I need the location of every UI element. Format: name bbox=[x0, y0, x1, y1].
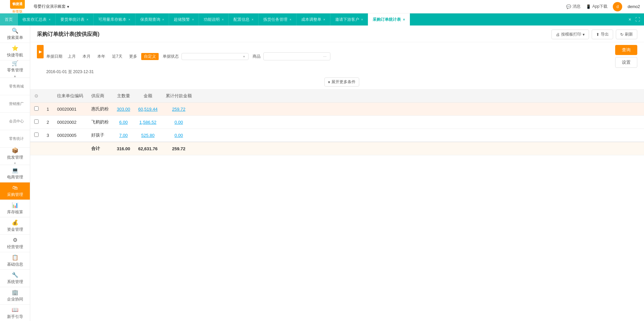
tab-cost-close[interactable]: × bbox=[323, 18, 325, 21]
shortcut-this-month[interactable]: 本月 bbox=[80, 53, 93, 60]
tab-expiry-close[interactable]: × bbox=[162, 18, 164, 21]
tab-expiry-query[interactable]: 保质期查询 × bbox=[136, 13, 169, 25]
col-unit-code: 往来单位编码 bbox=[53, 90, 87, 103]
tab-overstock-close[interactable]: × bbox=[192, 18, 194, 21]
sidebar-item-purchase[interactable]: 🛍 采购管理 bbox=[0, 182, 30, 200]
custom-date-tag[interactable]: 自定义 bbox=[141, 53, 159, 60]
data-table: ⚙ 往来单位编码 供应商 主数量 金额 累计付款金额 bbox=[30, 90, 644, 155]
sidebar-item-system[interactable]: 🔧 系统管理 bbox=[0, 270, 30, 287]
row2-quantity[interactable]: 6.00 bbox=[113, 116, 134, 129]
nav-close-button[interactable]: × bbox=[627, 15, 633, 23]
sidebar-item-ecommerce[interactable]: 💻 电商管理 bbox=[0, 165, 30, 182]
ecommerce-label: 电商管理 bbox=[7, 174, 23, 180]
row1-check[interactable] bbox=[30, 103, 43, 116]
row3-quantity-link[interactable]: 7.00 bbox=[119, 133, 127, 138]
refresh-button[interactable]: ↻ 刷新 bbox=[616, 30, 637, 39]
tab-requisition-summary[interactable]: 要货单统计表 × bbox=[56, 13, 94, 25]
status-select[interactable]: ▾ bbox=[181, 53, 249, 60]
tab-available-stock[interactable]: 可用量库存账本 × bbox=[94, 13, 136, 25]
sidebar-item-member[interactable]: 会员中心 bbox=[0, 113, 30, 130]
query-button[interactable]: 查询 bbox=[615, 45, 637, 55]
row2-paid-link[interactable]: 0.00 bbox=[174, 120, 183, 125]
settings-button[interactable]: 设置 bbox=[615, 57, 637, 68]
row1-index: 1 bbox=[43, 103, 53, 116]
tab-config-info[interactable]: 配置信息 × bbox=[229, 13, 259, 25]
row2-amount-link[interactable]: 1,586.52 bbox=[140, 120, 157, 125]
sidebar-item-inventory[interactable]: 📊 库存核算 bbox=[0, 200, 30, 217]
row1-checkbox[interactable] bbox=[34, 106, 39, 111]
row2-quantity-link[interactable]: 6.00 bbox=[119, 120, 127, 125]
tab-collection-summary[interactable]: 收发存汇总表 × bbox=[18, 13, 56, 25]
nav-fullscreen-button[interactable]: ⛶ bbox=[634, 15, 641, 23]
row3-extra bbox=[196, 129, 644, 142]
goods-input[interactable]: ··· bbox=[263, 52, 330, 60]
tab-requisition-close[interactable]: × bbox=[87, 18, 89, 21]
shortcut-7days[interactable]: 近7天 bbox=[109, 53, 125, 60]
page-actions: 🖨 按模板打印 ▾ ⬆ 导出 ↻ 刷新 bbox=[551, 30, 637, 39]
tab-invite-close[interactable]: × bbox=[361, 18, 363, 21]
tab-purchase-summary[interactable]: 采购订单统计表 × bbox=[368, 13, 410, 25]
row3-paid-link[interactable]: 0.00 bbox=[174, 133, 183, 138]
app-download-button[interactable]: 📱 App下载 bbox=[586, 4, 607, 9]
table-settings-icon[interactable]: ⚙ bbox=[34, 93, 39, 99]
export-button[interactable]: ⬆ 导出 bbox=[592, 30, 613, 39]
username-label[interactable]: demo2 bbox=[628, 4, 640, 9]
sidebar-item-retail[interactable]: 🛒 零售管理 ▲ bbox=[0, 60, 30, 78]
row2-paid[interactable]: 0.00 bbox=[162, 116, 196, 129]
filter-toggle-button[interactable]: ▶ bbox=[37, 45, 44, 58]
sidebar-item-basic-info[interactable]: 📋 基础信息 bbox=[0, 252, 30, 270]
row1-quantity[interactable]: 303.00 bbox=[113, 103, 134, 116]
message-button[interactable]: 💬 消息 bbox=[566, 4, 581, 9]
tab-collection-close[interactable]: × bbox=[49, 18, 51, 21]
sidebar-item-retail-mall[interactable]: 零售商城 bbox=[0, 78, 30, 95]
tab-purchase-close[interactable]: × bbox=[403, 18, 405, 21]
tab-picking-close[interactable]: × bbox=[289, 18, 291, 21]
row1-quantity-link[interactable]: 303.00 bbox=[117, 107, 130, 112]
operations-label: 经营管理 bbox=[7, 244, 23, 250]
col-settings[interactable]: ⚙ bbox=[30, 90, 43, 103]
sidebar-item-finance[interactable]: 💰 资金管理 bbox=[0, 217, 30, 235]
sidebar-item-retail-stats[interactable]: 零售统计 bbox=[0, 130, 30, 148]
tab-cost-adjust[interactable]: 成本调整单 × bbox=[297, 13, 330, 25]
tab-function-close[interactable]: × bbox=[222, 18, 224, 21]
tab-overstock-warning[interactable]: 超储预警 × bbox=[169, 13, 199, 25]
enterprise-icon: 🏢 bbox=[12, 289, 18, 296]
filter-main: 单据日期 上月 本月 本年 近7天 更多 自定义 单据状态 bbox=[46, 45, 637, 87]
row3-quantity[interactable]: 7.00 bbox=[113, 129, 134, 142]
row2-checkbox[interactable] bbox=[34, 119, 39, 124]
sidebar-item-newbie[interactable]: 📖 新手引导 bbox=[0, 305, 30, 321]
row2-check[interactable] bbox=[30, 116, 43, 129]
row3-check[interactable] bbox=[30, 129, 43, 142]
tab-available-close[interactable]: × bbox=[128, 18, 130, 21]
expand-more-button[interactable]: ▾ 展开更多条件 bbox=[324, 77, 359, 87]
row1-paid-link[interactable]: 259.72 bbox=[172, 107, 185, 112]
sidebar-item-operations[interactable]: ⚙ 经营管理 bbox=[0, 235, 30, 252]
tab-home[interactable]: 首页 bbox=[0, 13, 18, 25]
row3-checkbox[interactable] bbox=[34, 132, 39, 137]
tab-config-close[interactable]: × bbox=[252, 18, 254, 21]
row3-paid[interactable]: 0.00 bbox=[162, 129, 196, 142]
template-print-button[interactable]: 🖨 按模板打印 ▾ bbox=[551, 30, 589, 39]
sidebar-item-search[interactable]: 🔍 搜索菜单 bbox=[0, 25, 30, 43]
row2-amount[interactable]: 1,586.52 bbox=[134, 116, 162, 129]
tab-picking-task[interactable]: 拣货任务管理 × bbox=[259, 13, 297, 25]
tab-function-desc[interactable]: 功能说明 × bbox=[199, 13, 229, 25]
shortcut-last-month[interactable]: 上月 bbox=[65, 53, 78, 60]
sidebar-item-enterprise[interactable]: 🏢 企业协同 bbox=[0, 287, 30, 305]
row3-supplier: 好孩子 bbox=[87, 129, 113, 142]
sidebar-item-quick-nav[interactable]: ⭐ 快捷导航 bbox=[0, 43, 30, 60]
tab-invite-downstream[interactable]: 邀请下游客户 × bbox=[330, 13, 368, 25]
sidebar-item-marketing[interactable]: 营销推广 bbox=[0, 95, 30, 113]
row1-amount-link[interactable]: 60,519.44 bbox=[138, 107, 158, 112]
shortcut-more[interactable]: 更多 bbox=[126, 53, 140, 60]
workspace-name: 母婴行业演示账套 bbox=[34, 4, 66, 9]
row1-amount[interactable]: 60,519.44 bbox=[134, 103, 162, 116]
row1-paid[interactable]: 259.72 bbox=[162, 103, 196, 116]
shortcut-this-year[interactable]: 本年 bbox=[95, 53, 108, 60]
sidebar-item-wholesale[interactable]: 📦 批发管理 ▾ bbox=[0, 148, 30, 165]
row3-amount-link[interactable]: 525.80 bbox=[141, 133, 155, 138]
inventory-label: 库存核算 bbox=[7, 209, 23, 215]
user-avatar[interactable]: d bbox=[613, 2, 622, 11]
row3-amount[interactable]: 525.80 bbox=[134, 129, 162, 142]
workspace-selector[interactable]: 母婴行业演示账套 ▾ bbox=[34, 4, 69, 9]
